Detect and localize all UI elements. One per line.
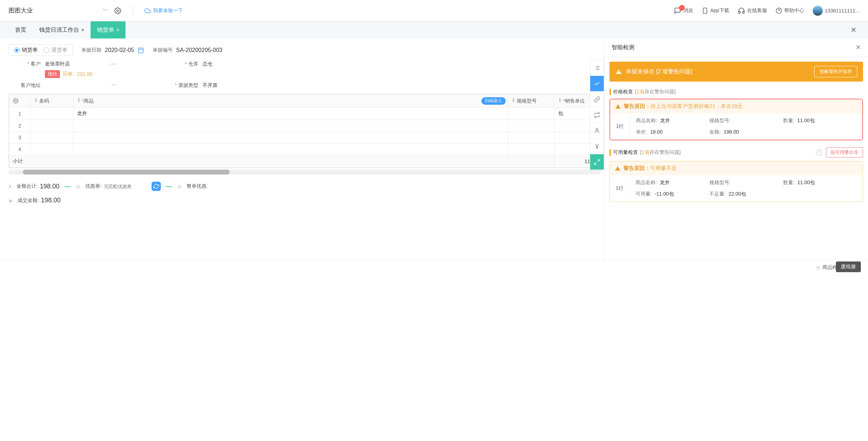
help-center-button[interactable]: 帮助中心 (776, 7, 804, 14)
receivable-label: 应收: (63, 71, 74, 77)
table-row[interactable]: 2 (9, 120, 601, 132)
app-download-label: App下载 (710, 7, 729, 14)
topbar-right: 消息 ··· App下载 在线客服 帮助中心 13381111111... (674, 6, 859, 16)
col-settings[interactable] (9, 94, 31, 108)
doc-no-field: 单据编号 SA-20200205-003 (153, 47, 223, 53)
price-check-title: 价格检查 (613, 89, 633, 95)
col-spec[interactable]: ▲▼规格型号 (508, 94, 555, 108)
radio-icon (14, 47, 20, 53)
gear-icon[interactable] (114, 7, 121, 14)
vtool-yen-icon[interactable] (590, 139, 604, 154)
table-row[interactable]: 1龙井包 (9, 108, 601, 120)
vtool-chart-icon[interactable] (590, 76, 604, 92)
totals-row: ¥ 金额合计: 198.00 — ◎ 优惠券: — ◎ 整单优惠: (9, 182, 601, 191)
vtool-list-icon[interactable] (590, 60, 604, 76)
close-icon[interactable]: ✕ (856, 43, 861, 51)
customer-field[interactable]: *客户 老张茶叶店 ··· (9, 61, 116, 67)
messages-badge: ··· (679, 5, 685, 11)
tabs-row: 首页 钱货日清工作台 × 销货单 × ✕ (0, 21, 868, 38)
try-experience-label: 我要体验一下 (153, 7, 183, 14)
doc-date-field[interactable]: 单据日期 2020-02-05 (81, 47, 144, 53)
table-row[interactable]: 3 (9, 132, 601, 144)
vtool-link-icon[interactable] (590, 92, 604, 107)
invoice-type-value: 不开票 (203, 82, 218, 89)
warehouse-field[interactable]: *仓库 总仓 (166, 61, 274, 67)
col-product[interactable]: ▲▼*商品 扫码录入 (73, 94, 508, 108)
radio-icon (44, 47, 49, 53)
messages-label: 消息 (683, 7, 693, 14)
close-icon[interactable]: × (81, 21, 84, 38)
try-experience-link[interactable]: 我要体验一下 (144, 7, 183, 14)
svg-rect-5 (138, 48, 143, 53)
form-grid: *客户 老张茶叶店 ··· *仓库 总仓 现结 应收: 231.00 客 (9, 61, 601, 89)
col-barcode[interactable]: ▲▼条码 (31, 94, 73, 108)
refresh-icon[interactable] (152, 182, 161, 191)
tab-home-label: 首页 (15, 21, 26, 38)
trash-button[interactable]: 废纸篓 (836, 261, 861, 272)
tab-workbench[interactable]: 钱货日清工作台 × (33, 21, 91, 38)
svg-point-0 (117, 10, 119, 11)
doc-no-value: SA-20200205-003 (176, 47, 223, 53)
online-service-button[interactable]: 在线客服 (738, 7, 767, 14)
table-row[interactable]: 4 (9, 144, 601, 155)
company-select[interactable]: 图图大业 ﹀ (9, 6, 108, 15)
help-icon (776, 7, 782, 14)
yen-icon: ¥ (9, 183, 11, 189)
help-icon[interactable]: ? (816, 149, 822, 156)
customer-label: 客户 (31, 61, 41, 67)
warning-icon (615, 104, 621, 109)
main: 销货单 退货单 单据日期 2020-02-05 单据编号 SA-20200205… (0, 38, 868, 260)
customer-address-field[interactable]: 客户地址 ﹀ (9, 82, 116, 89)
phone-icon (702, 7, 708, 14)
doc-date-value: 2020-02-05 (105, 47, 134, 53)
divider (133, 6, 133, 16)
tab-sales-order[interactable]: 销货单 × (91, 21, 126, 38)
tab-home[interactable]: 首页 (9, 21, 33, 38)
scan-input-button[interactable]: 扫码录入 (481, 97, 506, 105)
avatar (813, 6, 823, 16)
chevron-down-icon[interactable]: ﹀ (111, 82, 116, 89)
deal-amount: 成交金额: 198.00 (17, 197, 61, 204)
tab-workbench-label: 钱货日清工作台 (39, 21, 79, 38)
receivable-value: 231.00 (77, 71, 92, 77)
availability-check-section: 可用量检查 [1项存在警告问题] ? 按可用量出库 警告原因：可用量不足 1行 (609, 145, 863, 202)
ellipsis-icon[interactable]: ··· (110, 61, 116, 67)
horizontal-scrollbar[interactable] (9, 170, 601, 175)
gear-icon (13, 98, 19, 104)
scrollbar-thumb[interactable] (23, 170, 230, 175)
warehouse-value: 总仓 (203, 61, 213, 67)
smart-check-header: 智能检测 ✕ (604, 38, 868, 57)
svg-point-9 (15, 100, 16, 102)
warning-icon (615, 68, 622, 75)
close-icon[interactable]: × (116, 21, 119, 38)
user-menu[interactable]: 13381111111... (813, 6, 859, 16)
vtool-swap-icon[interactable] (590, 107, 604, 123)
smart-check-title: 智能检测 (612, 44, 634, 51)
order-discount[interactable]: 整单优惠: (187, 183, 208, 190)
calendar-icon[interactable] (138, 47, 144, 53)
app-download-button[interactable]: App下载 (702, 7, 729, 14)
doc-date-label: 单据日期 (81, 47, 101, 53)
vtool-user-icon[interactable] (590, 123, 604, 139)
warn-row-number: 1行 (610, 113, 630, 140)
coupon-field[interactable]: 优惠券: (85, 183, 147, 190)
items-table: ▲▼条码 ▲▼*商品 扫码录入 ▲▼规格型号 ▲▼*销售单位 1龙井包 2 3 … (9, 94, 601, 168)
customer-value: 老张茶叶店 (45, 61, 70, 67)
vtool-expand-icon[interactable] (590, 154, 604, 170)
warn-row-number: 1行 (610, 175, 630, 202)
headset-icon (738, 7, 745, 14)
svg-point-16 (596, 128, 598, 130)
price-warning-box: 警告原因：你上次与该客户交易价格21，本次18元 1行 商品名称:龙井 规格型号… (609, 99, 863, 140)
minus-icon: — (65, 183, 71, 190)
invoice-type-field[interactable]: *票据类型 不开票 (166, 82, 274, 89)
messages-button[interactable]: 消息 ··· (674, 7, 693, 14)
ignore-save-button[interactable]: 忽略警告并保存 (814, 66, 857, 77)
svg-line-17 (598, 160, 599, 161)
close-all-tabs-icon[interactable]: ✕ (848, 23, 859, 37)
radio-sales-order[interactable]: 销货单 (14, 47, 38, 53)
radio-return-order[interactable]: 退货单 (44, 47, 67, 53)
doc-type-row: 销货单 退货单 单据日期 2020-02-05 单据编号 SA-20200205… (9, 44, 601, 61)
use-available-button[interactable]: 按可用量出库 (826, 147, 863, 157)
coupon-input[interactable] (104, 184, 147, 189)
radio-sales-label: 销货单 (22, 47, 38, 53)
